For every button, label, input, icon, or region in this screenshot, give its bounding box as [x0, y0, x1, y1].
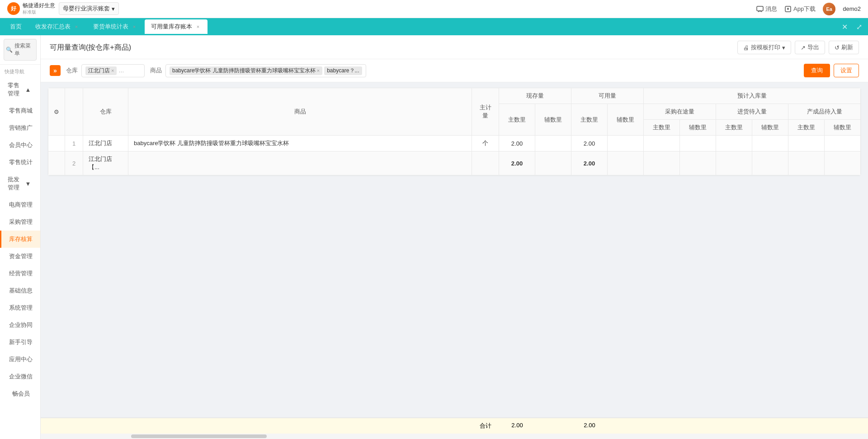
- tab-shoufa[interactable]: 收发存汇总表 ×: [29, 19, 86, 34]
- table-row: 2 江北门店【... 2.00 2.00: [48, 151, 861, 175]
- warehouse-filter-group: 仓库 江北门店 × …: [66, 64, 145, 77]
- row1-production-main: [788, 136, 825, 151]
- row1-purchase-aux: [680, 136, 716, 151]
- product-tag-1: babycare学饮杯 儿童防摔防撞吸管杯重力球吸嘴杯宝宝水杯 ×: [170, 66, 322, 75]
- close-window-btn[interactable]: ✕: [839, 21, 850, 32]
- product-input[interactable]: babycare学饮杯 儿童防摔防撞吸管杯重力球吸嘴杯宝宝水杯 × babyca…: [165, 64, 366, 77]
- row1-product: babycare学饮杯 儿童防摔防撞吸管杯重力球吸嘴杯宝宝水杯: [128, 136, 472, 151]
- sidebar-item-operations[interactable]: 经营管理: [0, 265, 40, 282]
- th-production-main: 主数里: [788, 120, 825, 136]
- row2-product: [128, 151, 472, 175]
- footer-pr-aux: [825, 422, 861, 430]
- expand-filter-btn[interactable]: »: [50, 65, 61, 76]
- sidebar-item-wechat[interactable]: 企业微信: [0, 368, 40, 385]
- tab-home[interactable]: 首页: [4, 19, 28, 34]
- maximize-btn[interactable]: ⤢: [854, 21, 864, 32]
- footer-avail-main: 2.00: [571, 422, 608, 430]
- footer-avail-aux: [608, 422, 644, 430]
- sidebar-item-purchase[interactable]: 采购管理: [0, 213, 40, 231]
- print-btn[interactable]: 🖨 按模板打印 ▾: [737, 41, 791, 54]
- sidebar-item-retail-stats[interactable]: 零售统计: [0, 154, 40, 171]
- sidebar-item-marketing[interactable]: 营销推广: [0, 119, 40, 137]
- close-tab-yaohuo[interactable]: ×: [131, 24, 137, 30]
- row2-purchase-aux: [680, 151, 716, 175]
- th-stock-aux: 辅数里: [535, 104, 571, 136]
- table-wrapper: ⚙ 仓库 商品 主计量 现存量 可用量 预计入库量: [41, 82, 868, 439]
- th-purchase-main: 主数里: [644, 120, 680, 136]
- row1-avail-aux: [608, 136, 644, 151]
- row2-warehouse: 江北门店【...: [83, 151, 128, 175]
- data-table: ⚙ 仓库 商品 主计量 现存量 可用量 预计入库量: [48, 88, 861, 175]
- sidebar-item-system[interactable]: 系统管理: [0, 299, 40, 316]
- scroll-thumb[interactable]: [131, 434, 267, 438]
- app-download-btn[interactable]: App下载: [784, 5, 816, 13]
- th-incoming-main: 主数里: [716, 120, 752, 136]
- row1-settings: [48, 136, 65, 151]
- footer-col-num: [62, 422, 80, 430]
- page-title-row: 可用量查询(按仓库+商品) 🖨 按模板打印 ▾ ↗ 导出 ↺ 刷新: [50, 41, 859, 59]
- company-selector[interactable]: 母婴行业演示账套 ▾: [59, 2, 119, 15]
- sidebar-item-appstore[interactable]: 应用中心: [0, 351, 40, 368]
- logo-texts: 畅捷通好生意 标准版: [23, 2, 55, 15]
- th-avail-aux: 辅数里: [608, 104, 644, 136]
- sidebar-item-wholesale-mgmt[interactable]: 批发管理 ▼: [0, 171, 40, 196]
- settings-icon[interactable]: ⚙: [54, 109, 59, 115]
- footer-p-main: [644, 422, 680, 430]
- th-purchase-group: 采购在途量: [644, 104, 716, 120]
- remove-product-tag-1[interactable]: ×: [317, 68, 320, 73]
- table-scroll[interactable]: ⚙ 仓库 商品 主计量 现存量 可用量 预计入库量: [41, 82, 868, 417]
- footer-i-aux: [752, 422, 788, 430]
- horizontal-scrollbar[interactable]: [41, 434, 868, 439]
- footer-col-wh: [80, 422, 126, 430]
- th-forecast-group: 预计入库量: [644, 88, 861, 104]
- product-label: 商品: [150, 66, 162, 75]
- username: demo2: [843, 5, 861, 12]
- close-tab-keyongliang[interactable]: ×: [195, 24, 201, 30]
- sidebar-item-retail-mall[interactable]: 零售商城: [0, 102, 40, 119]
- query-btn[interactable]: 查询: [804, 64, 830, 77]
- remove-warehouse-tag[interactable]: ×: [111, 68, 114, 73]
- refresh-btn[interactable]: ↺ 刷新: [829, 41, 859, 54]
- page-title: 可用量查询(按仓库+商品): [50, 43, 131, 52]
- top-bar-left: 好 畅捷通好生意 标准版 母婴行业演示账套 ▾: [7, 2, 119, 15]
- sidebar-item-member-vip[interactable]: 畅会员: [0, 385, 40, 402]
- sidebar-item-inventory[interactable]: 库存核算: [0, 231, 40, 248]
- close-tab-shoufa[interactable]: ×: [73, 24, 80, 30]
- sidebar-search-area: 🔍 搜索菜单: [0, 35, 40, 65]
- row2-incoming-aux: [752, 151, 788, 175]
- tab-yaohuo[interactable]: 要货单统计表 ×: [87, 19, 144, 34]
- th-unit: 主计量: [472, 88, 499, 136]
- avatar[interactable]: Ea: [823, 3, 835, 15]
- footer-stock-aux: [535, 422, 571, 430]
- settings-btn[interactable]: 设置: [834, 64, 859, 77]
- sidebar-item-members[interactable]: 会员中心: [0, 137, 40, 154]
- row1-purchase-main: [644, 136, 680, 151]
- refresh-icon: ↺: [835, 44, 840, 51]
- sidebar-item-enterprise[interactable]: 企业协同: [0, 316, 40, 334]
- sidebar-item-finance[interactable]: 资金管理: [0, 248, 40, 265]
- sidebar-item-ecommerce[interactable]: 电商管理: [0, 196, 40, 213]
- product-tag-2: babycare？...: [324, 66, 362, 75]
- row1-incoming-main: [716, 136, 752, 151]
- th-warehouse: 仓库: [83, 88, 128, 136]
- message-btn[interactable]: 消息: [756, 5, 777, 13]
- table-row: 1 江北门店 babycare学饮杯 儿童防摔防撞吸管杯重力球吸嘴杯宝宝水杯 个…: [48, 136, 861, 151]
- row2-stock-main: 2.00: [499, 151, 535, 175]
- page-actions: 🖨 按模板打印 ▾ ↗ 导出 ↺ 刷新: [737, 41, 859, 54]
- more-filter-icon[interactable]: …: [118, 67, 124, 74]
- logo-area: 好 畅捷通好生意 标准版: [7, 2, 55, 15]
- sidebar-nav-label: 快捷导航: [0, 65, 40, 77]
- tab-keyongliang[interactable]: 可用量库存账本 ×: [145, 19, 208, 34]
- warehouse-input[interactable]: 江北门店 × …: [81, 64, 145, 77]
- export-btn[interactable]: ↗ 导出: [795, 41, 825, 54]
- search-menu-btn[interactable]: 🔍 搜索菜单: [4, 39, 37, 61]
- row2-avail-aux: [608, 151, 644, 175]
- sidebar-item-basics[interactable]: 基础信息: [0, 282, 40, 299]
- sidebar-item-retail-mgmt[interactable]: 零售管理 ▲: [0, 77, 40, 102]
- footer-label: 合计: [472, 422, 499, 430]
- row1-incoming-aux: [752, 136, 788, 151]
- row2-avail-main: 2.00: [571, 151, 608, 175]
- footer-stock-main: 2.00: [499, 422, 535, 430]
- sidebar-item-newbie[interactable]: 新手引导: [0, 334, 40, 351]
- row1-stock-aux: [535, 136, 571, 151]
